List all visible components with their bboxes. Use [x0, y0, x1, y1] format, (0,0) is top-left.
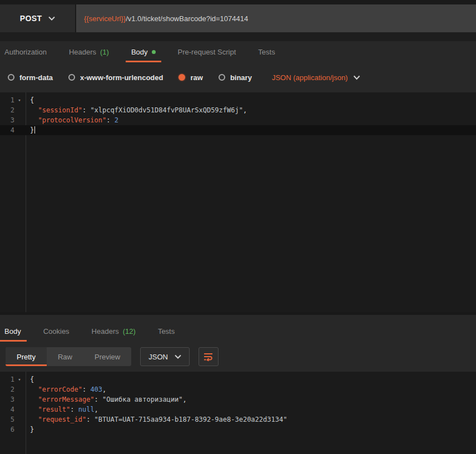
top-strip: [0, 0, 476, 4]
tab-label: Cookies: [43, 327, 70, 335]
fold-caret-icon[interactable]: ▾: [14, 374, 24, 384]
option-binary[interactable]: binary: [219, 73, 252, 82]
wrap-lines-button[interactable]: [199, 347, 219, 366]
seg-label: Pretty: [17, 353, 36, 361]
response-tabs: Body Cookies Headers (12) Tests: [0, 315, 476, 342]
line-gutter: 1▾: [0, 95, 26, 105]
fold-spacer: [14, 384, 24, 394]
tab-label: Pre-request Script: [178, 48, 236, 56]
line-gutter: 3: [0, 115, 26, 125]
tab-label: Authorization: [4, 48, 47, 56]
view-mode-switch: Pretty Raw Preview: [6, 347, 131, 366]
code-text: }: [26, 125, 35, 135]
wrap-text-icon: [203, 352, 214, 361]
tab-label: Tests: [158, 327, 175, 335]
option-label: x-www-form-urlencoded: [80, 73, 163, 82]
code-line: 1▾{: [0, 95, 476, 105]
radio-binary[interactable]: [219, 74, 225, 81]
tab-label: Body: [4, 327, 21, 335]
tab-label: Body: [131, 48, 148, 56]
fold-spacer: [14, 125, 24, 135]
code-line: 3 "protocolVersion": 2: [0, 115, 476, 125]
tab-label: Headers: [69, 48, 96, 56]
tab-label: Tests: [258, 48, 275, 56]
response-toolbar: Pretty Raw Preview JSON: [0, 342, 476, 372]
response-tab-tests[interactable]: Tests: [147, 320, 186, 342]
method-label: POST: [20, 14, 42, 23]
option-urlencoded[interactable]: x-www-form-urlencoded: [68, 73, 163, 82]
view-raw-button[interactable]: Raw: [47, 347, 83, 366]
code-text: "sessionId": "xlpcqfXiOD0dv51D84fvP8UArS…: [26, 105, 247, 115]
tab-authorization[interactable]: Authorization: [0, 41, 58, 62]
request-url-bar: POST {{serviceUrl}}/v1.0/ticket/showBarc…: [0, 4, 476, 32]
code-line: 3 "errorMessage": "Ошибка авторизации",: [0, 394, 476, 404]
url-input[interactable]: {{serviceUrl}}/v1.0/ticket/showBarcode?i…: [76, 4, 476, 32]
response-headers-count-badge: (12): [123, 327, 136, 335]
tab-tests[interactable]: Tests: [247, 41, 286, 62]
body-filled-dot: [152, 50, 156, 54]
content-type-label: JSON (application/json): [272, 73, 348, 82]
option-label: raw: [190, 73, 202, 82]
code-line: 2 "errorCode": 403,: [0, 384, 476, 394]
tab-body[interactable]: Body: [120, 41, 167, 62]
line-gutter: 4: [0, 404, 26, 414]
content-type-select[interactable]: JSON (application/json): [272, 73, 361, 82]
format-label: JSON: [148, 353, 168, 361]
line-gutter: 3: [0, 394, 26, 404]
code-text: {: [26, 95, 34, 105]
line-gutter: 5: [0, 414, 26, 425]
fold-spacer: [14, 425, 24, 435]
code-line: 5 "request_id": "BTUAT=UAT-715aa934-b187…: [0, 414, 476, 425]
fold-spacer: [14, 404, 24, 414]
tab-label: Headers: [92, 327, 119, 335]
fold-spacer: [14, 394, 24, 404]
line-gutter: 2: [0, 105, 26, 115]
code-text: {: [26, 374, 34, 384]
code-line: 6}: [0, 425, 476, 435]
response-tab-headers[interactable]: Headers (12): [81, 320, 147, 342]
option-raw[interactable]: raw: [178, 73, 202, 82]
radio-urlencoded[interactable]: [68, 74, 75, 81]
chevron-down-icon: [353, 75, 360, 80]
chevron-down-icon: [48, 16, 55, 21]
seg-label: Preview: [95, 353, 120, 361]
radio-form-data[interactable]: [8, 74, 14, 81]
response-body-editor[interactable]: 1▾{2 "errorCode": 403,3 "errorMessage": …: [0, 372, 476, 454]
code-line: 2 "sessionId": "xlpcqfXiOD0dv51D84fvP8UA…: [0, 105, 476, 115]
response-tab-body[interactable]: Body: [0, 320, 32, 342]
request-body-editor[interactable]: 1▾{2 "sessionId": "xlpcqfXiOD0dv51D84fvP…: [0, 92, 476, 312]
fold-spacer: [14, 115, 24, 125]
url-variable: {{serviceUrl}}: [84, 14, 126, 23]
radio-raw[interactable]: [178, 74, 185, 81]
code-text: "request_id": "BTUAT=UAT-715aa934-b187-8…: [26, 414, 287, 425]
option-form-data[interactable]: form-data: [8, 73, 53, 82]
code-line: 1▾{: [0, 374, 476, 384]
method-select[interactable]: POST: [0, 4, 76, 32]
option-label: form-data: [19, 73, 53, 82]
tab-pre-request-script[interactable]: Pre-request Script: [167, 41, 247, 62]
line-gutter: 1▾: [0, 374, 26, 384]
fold-spacer: [14, 414, 24, 425]
code-text: "result": null,: [26, 404, 98, 414]
code-line: 4}: [0, 125, 476, 135]
code-text: "protocolVersion": 2: [26, 115, 118, 125]
request-tabs: Authorization Headers (1) Body Pre-reque…: [0, 41, 476, 62]
view-pretty-button[interactable]: Pretty: [6, 347, 47, 366]
fold-caret-icon[interactable]: ▾: [14, 95, 24, 105]
line-gutter: 6: [0, 425, 26, 435]
option-label: binary: [230, 73, 252, 82]
header-gap: [0, 32, 476, 41]
headers-count-badge: (1): [100, 48, 109, 56]
response-format-select[interactable]: JSON: [140, 347, 190, 366]
text-cursor: [34, 126, 35, 134]
response-tab-cookies[interactable]: Cookies: [32, 320, 81, 342]
code-line: 4 "result": null,: [0, 404, 476, 414]
postman-window: POST {{serviceUrl}}/v1.0/ticket/showBarc…: [0, 0, 476, 454]
tab-headers[interactable]: Headers (1): [58, 41, 120, 62]
code-text: "errorCode": 403,: [26, 384, 106, 394]
view-preview-button[interactable]: Preview: [83, 347, 131, 366]
line-gutter: 2: [0, 384, 26, 394]
line-gutter: 4: [0, 125, 26, 135]
fold-spacer: [14, 105, 24, 115]
code-text: }: [26, 425, 34, 435]
